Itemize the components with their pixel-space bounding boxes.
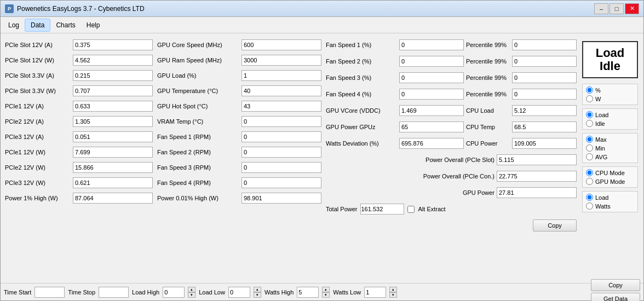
radio-group-load-watts: Load Watts bbox=[582, 191, 638, 212]
input-percentile-99-1[interactable] bbox=[512, 39, 577, 50]
radio-watts-unit-input[interactable] bbox=[586, 95, 593, 102]
maximize-button[interactable]: □ bbox=[610, 3, 624, 14]
load-low-down[interactable]: ▾ bbox=[254, 292, 261, 298]
radio-percent-input[interactable] bbox=[586, 86, 593, 94]
radio-load2-label: Load bbox=[595, 194, 608, 201]
input-fan-speed-2-rpm[interactable] bbox=[242, 147, 321, 158]
input-total-power[interactable] bbox=[360, 204, 404, 215]
radio-gpu-mode-label: GPU Mode bbox=[595, 178, 625, 185]
input-load-low[interactable] bbox=[228, 287, 250, 298]
input-pcie-slot-12v-w[interactable] bbox=[73, 55, 153, 66]
radio-min[interactable]: Min bbox=[586, 144, 634, 152]
watts-low-down[interactable]: ▾ bbox=[389, 292, 397, 298]
input-cpu-power[interactable] bbox=[512, 138, 577, 149]
input-pcie-slot-33v-w[interactable] bbox=[73, 85, 153, 96]
menu-charts[interactable]: Charts bbox=[50, 19, 81, 31]
watts-low-up[interactable]: ▴ bbox=[389, 287, 397, 292]
radio-watts2-input[interactable] bbox=[586, 202, 593, 210]
input-vram-temp[interactable] bbox=[242, 116, 321, 127]
menu-help[interactable]: Help bbox=[81, 19, 106, 31]
input-power-overall-pcie-slot[interactable] bbox=[497, 154, 577, 165]
radio-load-input[interactable] bbox=[586, 111, 593, 118]
radio-watts-unit[interactable]: W bbox=[586, 95, 634, 102]
input-fan-speed-1-rpm[interactable] bbox=[242, 131, 321, 142]
copy-button[interactable]: Copy bbox=[533, 219, 577, 231]
input-gpu-ram-speed[interactable] bbox=[242, 55, 321, 66]
watts-high-down[interactable]: ▾ bbox=[322, 292, 330, 298]
radio-max-input[interactable] bbox=[586, 136, 593, 143]
input-pcie-slot-12v-a[interactable] bbox=[73, 39, 153, 50]
input-pcie1-12v-w[interactable] bbox=[73, 147, 153, 158]
input-time-start[interactable] bbox=[34, 287, 65, 298]
input-pcie-slot-33v-a[interactable] bbox=[73, 70, 153, 81]
radio-gpu-mode[interactable]: GPU Mode bbox=[586, 178, 634, 185]
radio-avg[interactable]: AVG bbox=[586, 153, 634, 160]
input-gpu-power-gpuz[interactable] bbox=[399, 121, 464, 132]
input-fan-speed-2-pct[interactable] bbox=[399, 56, 464, 67]
load-low-spinner[interactable]: ▴ ▾ bbox=[254, 287, 261, 298]
radio-load2-input[interactable] bbox=[586, 194, 593, 201]
alt-extract-checkbox[interactable] bbox=[407, 206, 415, 213]
input-power-overall-pcie-con[interactable] bbox=[497, 171, 577, 182]
watts-high-up[interactable]: ▴ bbox=[322, 287, 330, 292]
load-high-down[interactable]: ▾ bbox=[188, 292, 196, 298]
label-pcie-slot-33v-a: PCIe Slot 3.3V (A) bbox=[5, 72, 71, 79]
input-pcie3-12v-w[interactable] bbox=[73, 177, 153, 188]
label-percentile-99-1: Percentile 99% bbox=[466, 42, 510, 48]
input-watts-deviation[interactable] bbox=[399, 138, 464, 149]
input-cpu-load[interactable] bbox=[512, 105, 577, 116]
input-power-001pct-high[interactable] bbox=[242, 193, 321, 204]
radio-idle[interactable]: Idle bbox=[586, 120, 634, 127]
input-gpu-load[interactable] bbox=[242, 70, 321, 81]
watts-low-spinner[interactable]: ▴ ▾ bbox=[389, 287, 397, 298]
load-high-up[interactable]: ▴ bbox=[188, 287, 196, 292]
watts-high-spinner[interactable]: ▴ ▾ bbox=[322, 287, 330, 298]
input-watts-high[interactable] bbox=[297, 287, 319, 298]
load-low-up[interactable]: ▴ bbox=[254, 287, 261, 292]
close-button[interactable]: ✕ bbox=[625, 3, 639, 14]
minimize-button[interactable]: – bbox=[594, 3, 608, 14]
input-watts-low[interactable] bbox=[364, 287, 386, 298]
field-fan-speed-4-rpm: Fan Speed 4 (RPM) bbox=[157, 176, 321, 190]
input-fan-speed-4-rpm[interactable] bbox=[242, 177, 321, 188]
input-fan-speed-3-rpm[interactable] bbox=[242, 162, 321, 173]
input-cpu-temp[interactable] bbox=[512, 121, 577, 132]
input-power-1pct-high[interactable] bbox=[73, 193, 153, 204]
input-time-stop[interactable] bbox=[99, 287, 129, 298]
input-pcie3-12v-a[interactable] bbox=[73, 131, 153, 142]
load-high-spinner[interactable]: ▴ ▾ bbox=[188, 287, 196, 298]
radio-watts2[interactable]: Watts bbox=[586, 202, 634, 210]
radio-min-input[interactable] bbox=[586, 144, 593, 152]
radio-avg-input[interactable] bbox=[586, 153, 593, 160]
field-pcie2-12v-w: PCIe2 12V (W) bbox=[5, 160, 153, 175]
input-percentile-99-4[interactable] bbox=[512, 89, 577, 100]
input-load-high[interactable] bbox=[163, 287, 185, 298]
menu-log[interactable]: Log bbox=[3, 19, 25, 31]
input-gpu-hot-spot[interactable] bbox=[242, 101, 321, 112]
input-gpu-vcore[interactable] bbox=[399, 105, 464, 116]
input-fan-speed-4-pct[interactable] bbox=[399, 89, 464, 100]
input-percentile-99-3[interactable] bbox=[512, 72, 577, 83]
radio-cpu-mode-input[interactable] bbox=[586, 169, 593, 176]
idle-text: Idle bbox=[588, 60, 633, 73]
input-gpu-core-speed[interactable] bbox=[242, 39, 321, 50]
label-pcie2-12v-a: PCIe2 12V (A) bbox=[5, 118, 71, 125]
input-percentile-99-2[interactable] bbox=[512, 56, 577, 67]
copy-button-bottom[interactable]: Copy bbox=[591, 279, 640, 291]
radio-cpu-mode[interactable]: CPU Mode bbox=[586, 169, 634, 176]
radio-idle-input[interactable] bbox=[586, 120, 593, 127]
radio-percent[interactable]: % bbox=[586, 86, 634, 94]
radio-load[interactable]: Load bbox=[586, 111, 634, 118]
radio-load2[interactable]: Load bbox=[586, 194, 634, 201]
input-gpu-temp[interactable] bbox=[242, 85, 321, 96]
get-data-button[interactable]: Get Data bbox=[591, 293, 640, 301]
input-pcie1-12v-a[interactable] bbox=[73, 101, 153, 112]
input-pcie2-12v-w[interactable] bbox=[73, 162, 153, 173]
input-fan-speed-3-pct[interactable] bbox=[399, 72, 464, 83]
input-pcie2-12v-a[interactable] bbox=[73, 116, 153, 127]
radio-gpu-mode-input[interactable] bbox=[586, 178, 593, 185]
input-fan-speed-1-pct[interactable] bbox=[399, 39, 464, 50]
menu-data[interactable]: Data bbox=[25, 19, 50, 32]
radio-max[interactable]: Max bbox=[586, 136, 634, 143]
input-gpu-power2[interactable] bbox=[497, 187, 577, 198]
